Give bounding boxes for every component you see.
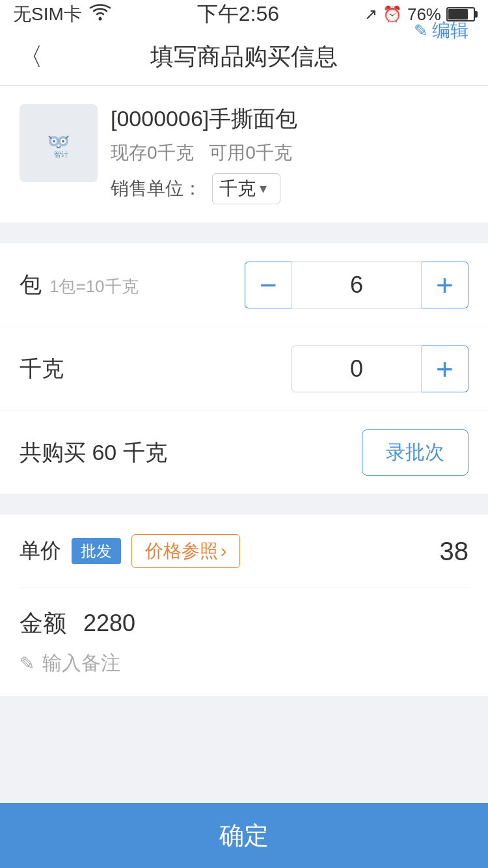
- status-left: 无SIM卡: [13, 2, 112, 27]
- amount-row: 金额 2280: [20, 608, 468, 640]
- svg-text:智计: 智计: [54, 150, 68, 158]
- location-icon: ↗: [364, 5, 377, 23]
- product-stock: 现存0千克 可用0千克: [111, 141, 468, 165]
- batch-button[interactable]: 录批次: [362, 429, 468, 476]
- total-section: 共购买 60 千克 录批次: [0, 411, 488, 494]
- product-unit-row: 销售单位： 千克 ▾: [111, 173, 468, 204]
- bao-minus-button[interactable]: −: [245, 262, 291, 308]
- bao-label-group: 包 1包=10千克: [20, 270, 139, 300]
- separator-2: [0, 504, 488, 515]
- back-button[interactable]: 〈: [18, 40, 43, 74]
- input-section: 包 1包=10千克 − + 千克 +: [0, 243, 488, 411]
- kg-label-group: 千克: [20, 354, 64, 384]
- confirm-button[interactable]: 确定: [0, 803, 488, 868]
- product-info: [0000006]手撕面包 现存0千克 可用0千克 销售单位： 千克 ▾: [111, 104, 468, 204]
- price-label: 单价: [20, 537, 61, 565]
- chevron-right-icon: ›: [221, 541, 226, 562]
- price-tag: 批发: [72, 538, 121, 564]
- svg-point-5: [53, 140, 55, 142]
- kg-row: 千克 +: [0, 327, 488, 411]
- unit-select[interactable]: 千克 ▾: [212, 173, 280, 204]
- bao-input[interactable]: [291, 262, 422, 308]
- bao-quantity-control: − +: [245, 262, 468, 308]
- time-display: 下午2:56: [197, 0, 279, 29]
- edit-button[interactable]: ✎ 编辑: [414, 18, 468, 43]
- kg-input[interactable]: [291, 346, 422, 392]
- product-image: 智计: [20, 104, 98, 182]
- total-text: 共购买 60 千克: [20, 438, 167, 468]
- product-name: [0000006]手撕面包: [111, 104, 468, 134]
- separator-1: [0, 233, 488, 243]
- chevron-down-icon: ▾: [260, 180, 267, 197]
- edit-icon: ✎: [414, 21, 428, 41]
- svg-point-6: [62, 140, 64, 142]
- product-section: 智计 [0000006]手撕面包 现存0千克 可用0千克 销售单位： 千克 ▾ …: [0, 86, 488, 223]
- price-value: 38: [440, 537, 469, 566]
- note-row[interactable]: ✎ 输入备注: [20, 650, 468, 677]
- wifi-icon: [88, 3, 112, 26]
- amount-section: 金额 2280 ✎ 输入备注: [0, 588, 488, 696]
- kg-plus-button[interactable]: +: [422, 346, 468, 392]
- bao-label: 包: [20, 270, 42, 300]
- kg-label: 千克: [20, 354, 64, 384]
- bao-plus-button[interactable]: +: [422, 262, 468, 308]
- bao-row: 包 1包=10千克 − +: [0, 243, 488, 327]
- price-ref-button[interactable]: 价格参照 ›: [131, 534, 240, 568]
- alarm-icon: ⏰: [383, 5, 402, 23]
- note-placeholder: 输入备注: [42, 650, 120, 677]
- kg-quantity-control: +: [291, 346, 468, 392]
- page-title: 填写商品购买信息: [150, 41, 338, 73]
- bao-hint: 1包=10千克: [49, 275, 139, 298]
- price-section: 单价 批发 价格参照 › 38: [0, 515, 488, 588]
- price-row: 单价 批发 价格参照 › 38: [20, 534, 468, 588]
- note-edit-icon: ✎: [20, 653, 34, 674]
- carrier-text: 无SIM卡: [13, 2, 82, 27]
- svg-point-0: [98, 17, 102, 20]
